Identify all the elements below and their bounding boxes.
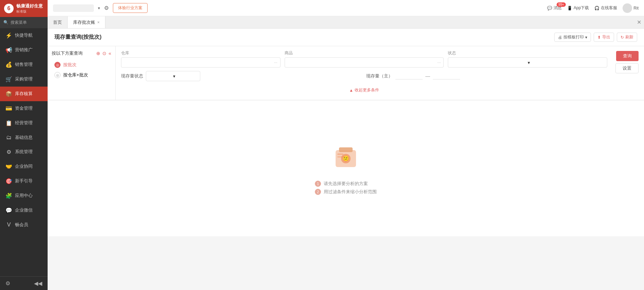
warehouse-input[interactable]	[124, 60, 274, 65]
collapse-label: 收起更多条件	[355, 87, 379, 93]
goods-dots-icon[interactable]: ···	[437, 60, 441, 65]
query-btn[interactable]: 查询	[616, 51, 639, 61]
page-header: 现存量查询(按批次) 🖨 按模板打印 ▾ ⬆ 导出 ↻ 刷新	[48, 29, 644, 46]
tab-inventory-batch[interactable]: 库存批次账 ×	[68, 16, 105, 28]
sidebar-item-label: 营销推广	[15, 47, 33, 53]
filter-scheme-panel: 按以下方案查询 ⊕ ⊙ « ◎ 按批次 ◎ 按仓库+批次	[48, 46, 116, 100]
warehouse-field: 仓库 ···	[121, 50, 281, 68]
qty-dash: —	[425, 73, 430, 79]
inventory-icon: 📦	[5, 91, 12, 97]
marketing-icon: 📢	[5, 47, 12, 53]
sidebar-item-purchase[interactable]: 🛒 采购管理	[0, 72, 48, 87]
sidebar-item-inventory[interactable]: 📦 库存核算	[0, 87, 48, 101]
svg-rect-4	[337, 153, 343, 155]
sidebar-footer: ⚙ ◀◀	[0, 276, 48, 290]
sidebar-item-system[interactable]: ⚙ 系统管理	[0, 145, 48, 159]
goods-input[interactable]	[288, 60, 438, 65]
sidebar-item-label: 销售管理	[15, 61, 33, 68]
sidebar-item-label: 快捷导航	[15, 32, 33, 38]
sidebar-item-label: 系统管理	[15, 149, 33, 155]
sidebar-item-finance[interactable]: 💳 资金管理	[0, 101, 48, 116]
filter-area: 按以下方案查询 ⊕ ⊙ « ◎ 按批次 ◎ 按仓库+批次	[48, 46, 644, 100]
page-title: 现存量查询(按批次)	[54, 34, 102, 41]
page-header-actions: 🖨 按模板打印 ▾ ⬆ 导出 ↻ 刷新	[554, 33, 637, 42]
settings-icon[interactable]: ⚙	[5, 280, 10, 287]
status-select[interactable]: ▾	[448, 57, 607, 68]
add-scheme-icon[interactable]: ⊕	[96, 51, 100, 56]
sidebar-item-wechat[interactable]: 💬 企业微信	[0, 203, 48, 218]
sidebar-item-enterprise[interactable]: 🤝 企业协同	[0, 159, 48, 174]
sidebar-item-appstore[interactable]: 🧩 应用中心	[0, 188, 48, 203]
sidebar-item-newbie[interactable]: 🎯 新手引导	[0, 174, 48, 188]
printer-icon: 🖨	[558, 35, 562, 40]
scheme-batch-icon: ◎	[54, 62, 61, 68]
collapse-scheme-icon[interactable]: «	[108, 51, 111, 56]
svg-rect-5	[337, 156, 345, 158]
vip-icon: V	[5, 222, 12, 228]
collapse-icon: ▲	[349, 88, 353, 93]
empty-tips: 1 请先选择要分析的方案 2 用过滤条件来缩小分析范围	[315, 181, 377, 197]
experience-btn[interactable]: 体验行业方案	[113, 3, 148, 13]
export-btn[interactable]: ⬆ 导出	[594, 33, 614, 42]
collapse-sidebar-icon[interactable]: ◀◀	[34, 280, 42, 287]
purchase-icon: 🛒	[5, 76, 12, 83]
scheme-item-warehouse-batch[interactable]: ◎ 按仓库+批次	[52, 70, 111, 80]
sidebar-item-operations[interactable]: 📋 经营管理	[0, 116, 48, 130]
status-label: 状态	[448, 50, 607, 56]
empty-state-icon: 😕	[329, 140, 363, 174]
goods-input-wrap[interactable]: ···	[285, 57, 444, 68]
search-menu[interactable]: 🔍 搜索菜单	[0, 17, 48, 28]
newbie-icon: 🎯	[5, 178, 12, 184]
messages-badge: 99+	[557, 2, 566, 7]
online-service-label: 在线客服	[601, 5, 617, 11]
topbar-search-input[interactable]	[53, 4, 94, 12]
finance-icon: 💳	[5, 105, 12, 112]
tab-home[interactable]: 首页	[48, 16, 68, 28]
inventory-status-label: 现存量状态	[121, 73, 143, 79]
app-edition: 标准版	[16, 9, 43, 14]
collapse-filter-btn[interactable]: ▲ 收起更多条件	[121, 85, 607, 96]
messages-btn[interactable]: 💬 消息 99+	[547, 5, 562, 11]
topbar-dropdown[interactable]: ▾	[98, 6, 100, 11]
goods-label: 商品	[285, 50, 444, 56]
warehouse-dots-icon[interactable]: ···	[274, 60, 277, 65]
sidebar-item-label: 企业微信	[15, 207, 33, 213]
filter-fields: 仓库 ··· 商品 ···	[116, 46, 644, 100]
settings-btn[interactable]: 设置	[615, 63, 639, 73]
sidebar-header: 6 畅康通好生意 标准版	[0, 0, 48, 17]
sidebar-item-marketing[interactable]: 📢 营销推广	[0, 43, 48, 57]
export-btn-label: 导出	[602, 34, 610, 40]
print-btn[interactable]: 🖨 按模板打印 ▾	[554, 33, 591, 42]
system-icon: ⚙	[5, 149, 12, 155]
scheme-settings-icon[interactable]: ⊙	[102, 51, 106, 56]
tab-home-label: 首页	[53, 19, 62, 25]
sidebar-item-quick-nav[interactable]: ⚡ 快捷导航	[0, 28, 48, 43]
inventory-status-select[interactable]: ▾	[146, 71, 200, 81]
qty-min-input[interactable]	[395, 73, 423, 79]
sidebar-item-label: 采购管理	[15, 76, 33, 82]
sidebar-item-sales[interactable]: 💰 销售管理	[0, 57, 48, 72]
sidebar-item-vip[interactable]: V 畅会员	[0, 218, 48, 232]
sidebar-item-basic[interactable]: 🗂 基础信息	[0, 130, 48, 145]
user-avatar[interactable]: Rit	[623, 3, 639, 13]
svg-text:😕: 😕	[342, 155, 349, 162]
export-icon: ⬆	[597, 35, 601, 40]
filter-row-1: 仓库 ··· 商品 ···	[121, 50, 607, 68]
sidebar-nav: ⚡ 快捷导航 📢 营销推广 💰 销售管理 🛒 采购管理 📦 库存核算 💳 资金管…	[0, 28, 48, 276]
tab-close-icon[interactable]: ×	[97, 20, 100, 24]
warehouse-input-wrap[interactable]: ···	[121, 57, 281, 68]
topbar-gear-icon[interactable]: ⚙	[104, 5, 109, 11]
refresh-btn-label: 刷新	[625, 34, 633, 40]
status-chevron-icon: ▾	[528, 60, 604, 65]
search-menu-label: 搜索菜单	[11, 20, 27, 25]
sidebar-item-label: 经营管理	[15, 120, 33, 126]
qty-max-input[interactable]	[433, 73, 460, 79]
tip2-text: 用过滤条件来缩小分析范围	[324, 189, 377, 195]
app-download-btn[interactable]: 📱 App下载	[567, 5, 589, 11]
online-service-btn[interactable]: 🎧 在线客服	[594, 5, 617, 11]
scheme-item-batch[interactable]: ◎ 按批次	[52, 60, 111, 70]
sidebar-item-label: 新手引导	[15, 178, 33, 184]
company-name: 畅康通好生意	[16, 3, 43, 9]
refresh-btn[interactable]: ↻ 刷新	[617, 33, 637, 42]
tabbar-close-btn[interactable]: ✕	[637, 19, 641, 25]
